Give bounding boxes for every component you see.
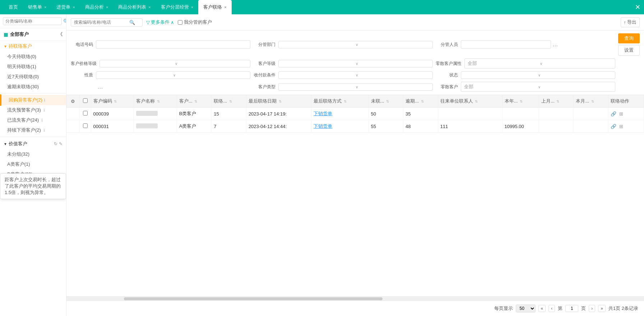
filter-dept-select[interactable]: ∨ [278, 41, 433, 48]
filter-manager-more[interactable]: … [551, 41, 560, 48]
filter-status-field: 状态 ∨ [436, 71, 615, 79]
tab-customer-contact[interactable]: 客户联络 × [198, 0, 231, 14]
sidebar-item-declining[interactable]: 持续下滑客户(2) ℹ [0, 125, 66, 135]
tab-analysis-list[interactable]: 商品分析列表 × [113, 0, 156, 14]
page-input[interactable] [565, 305, 578, 312]
filter-manager-label: 分管人员 [436, 42, 461, 48]
td-this-year-2: 10995.00 [502, 120, 539, 133]
row-1-checkbox[interactable] [83, 111, 88, 115]
sidebar-search-icon[interactable]: 🔍 [63, 19, 66, 24]
per-page-select[interactable]: 50 20 100 [516, 305, 536, 312]
sort-icon-overdue[interactable]: ⇅ [421, 99, 424, 103]
td-last-way-1-link[interactable]: 下销货单 [314, 111, 332, 116]
sort-icon-way[interactable]: ⇅ [344, 99, 347, 103]
sidebar-item-7days[interactable]: 近7天待联络(0) [0, 72, 66, 82]
sidebar-item-anomaly[interactable]: 回购异常客户(2) ℹ [0, 95, 66, 105]
filter-retail-attr-select[interactable]: 全部 ∨ [464, 58, 615, 69]
filter-phone-input[interactable] [96, 40, 250, 49]
filter-dept-field: 分管部门 ∨ [253, 41, 433, 48]
td-overdue-1: 35 [403, 108, 438, 120]
row-2-checkbox[interactable] [83, 123, 88, 128]
filter-nature-label: 性质 [71, 72, 96, 78]
pending-group-header[interactable]: ▼ 待联络客户 [0, 41, 66, 52]
tab-analysis-close[interactable]: × [106, 5, 108, 9]
refresh-icon[interactable]: ↻ [54, 141, 57, 146]
scrollbar-thumb[interactable] [124, 297, 383, 300]
tab-home[interactable]: 首页 [4, 0, 23, 14]
th-last-month: 上月... ⇅ [539, 95, 574, 108]
th-setting[interactable]: ⚙ [66, 95, 79, 108]
filter-status-select[interactable]: ∨ [461, 71, 615, 79]
edit-icon[interactable]: ✎ [59, 141, 62, 146]
sort-icon-this-month[interactable]: ⇅ [591, 99, 594, 103]
sort-icon-date[interactable]: ⇅ [279, 99, 282, 103]
last-page-button[interactable]: » [598, 305, 606, 312]
td-action-2: 🔗 ⊞ [608, 120, 644, 133]
horizontal-scrollbar[interactable] [66, 296, 644, 301]
tab-analysis-list-close[interactable]: × [148, 5, 150, 9]
sidebar-item-tomorrow[interactable]: 明天待联络(1) [0, 62, 66, 72]
td-last-way-1: 下销货单 [311, 108, 369, 120]
more-conditions-button[interactable]: ▽ 更多条件 ∧ [146, 19, 174, 25]
customer-table: ⚙ 客户编码 ⇅ 客户名称 ⇅ 客户... [66, 95, 644, 133]
sort-icon-category[interactable]: ⇅ [194, 99, 197, 103]
sort-icon-unit[interactable]: ⇅ [475, 99, 478, 103]
value-group-header[interactable]: ▼ 价值客户 ↻ ✎ [0, 138, 66, 149]
tab-purchase[interactable]: 进货单 × [51, 0, 80, 14]
select-all-checkbox[interactable] [83, 98, 88, 103]
filter-payment-select[interactable]: ∨ [278, 71, 433, 79]
filter-customer-grade-label: 客户等级 [253, 61, 278, 67]
tab-sales[interactable]: 销售单 × [23, 0, 51, 14]
tab-analysis[interactable]: 商品分析 × [80, 0, 113, 14]
sort-icon-name[interactable]: ⇅ [157, 99, 160, 103]
sidebar-item-a-class[interactable]: A类客户(1) [0, 159, 66, 169]
action-link-icon-2[interactable]: 🔗 [611, 124, 616, 129]
main-search-icon[interactable]: 🔍 [129, 20, 135, 25]
filter-customer-grade-select[interactable]: ∨ [278, 60, 433, 67]
sort-icon-uncontacted[interactable]: ⇅ [386, 99, 389, 103]
td-category-2: A类客户 [177, 120, 212, 133]
sidebar-item-loss-warning[interactable]: 流失预警客户(3) ℹ [0, 105, 66, 115]
next-page-button[interactable]: › [589, 305, 595, 312]
tab-customer-contact-close[interactable]: × [224, 5, 226, 9]
sidebar-search-input[interactable] [3, 17, 62, 25]
filter-retail-attr-field: 零散客户属性 全部 ∨ [436, 58, 615, 69]
filter-row4-more[interactable]: … [96, 84, 105, 90]
main-search-input[interactable] [74, 20, 128, 25]
td-last-date-1: 2023-04-17 14:19: [246, 108, 311, 120]
sidebar-item-ungrouped[interactable]: 未分组(32) [0, 149, 66, 159]
filter-manager-input[interactable] [461, 40, 551, 49]
table-row: 000039 B类客户 15 2023-04-17 14:19: [66, 108, 644, 120]
td-last-way-2-link[interactable]: 下销货单 [314, 123, 332, 129]
filter-price-grade-select[interactable]: ∨ [99, 60, 250, 67]
action-grid-icon-2[interactable]: ⊞ [619, 124, 623, 129]
sidebar-item-overdue[interactable]: 逾期未联络(30) [0, 82, 66, 92]
action-link-icon-1[interactable]: 🔗 [611, 111, 616, 117]
total-records-label: 共1页 2条记录 [608, 305, 638, 312]
filter-type-select[interactable]: ∨ [278, 83, 433, 91]
info-icon-anomaly: ℹ [44, 98, 45, 103]
action-grid-icon-1[interactable]: ⊞ [619, 111, 623, 117]
sort-icon-last-month[interactable]: ⇅ [556, 99, 559, 103]
sidebar-item-lost[interactable]: 已流失客户(24) ℹ [0, 115, 66, 125]
tab-sales-close[interactable]: × [44, 5, 46, 9]
filter-nature-select[interactable]: ∨ [96, 71, 250, 79]
tab-customer-segment[interactable]: 客户分层经营 × [156, 0, 198, 14]
sort-icon-year[interactable]: ⇅ [520, 99, 523, 103]
chevron-down-icon-type: ∨ [356, 85, 430, 89]
close-all-button[interactable]: ✕ [635, 3, 640, 11]
first-page-button[interactable]: « [538, 305, 546, 312]
filter-retail-select[interactable]: 全部 ∨ [461, 82, 615, 92]
sidebar-item-today[interactable]: 今天待联络(0) [0, 52, 66, 62]
settings-button[interactable]: 设置 [618, 45, 640, 56]
query-button[interactable]: 查询 [618, 33, 640, 43]
export-button[interactable]: ↑ 导出 [621, 17, 640, 27]
sidebar-collapse-button[interactable]: 《 [58, 31, 62, 38]
th-last-contact-way: 最后联络方式 ⇅ [311, 95, 369, 108]
tab-purchase-close[interactable]: × [73, 5, 75, 9]
my-customers-checkbox[interactable] [178, 20, 182, 25]
tab-customer-segment-close[interactable]: × [191, 5, 193, 9]
sort-icon-contact[interactable]: ⇅ [229, 99, 232, 103]
prev-page-button[interactable]: ‹ [548, 305, 555, 312]
sort-icon-code[interactable]: ⇅ [114, 99, 117, 103]
